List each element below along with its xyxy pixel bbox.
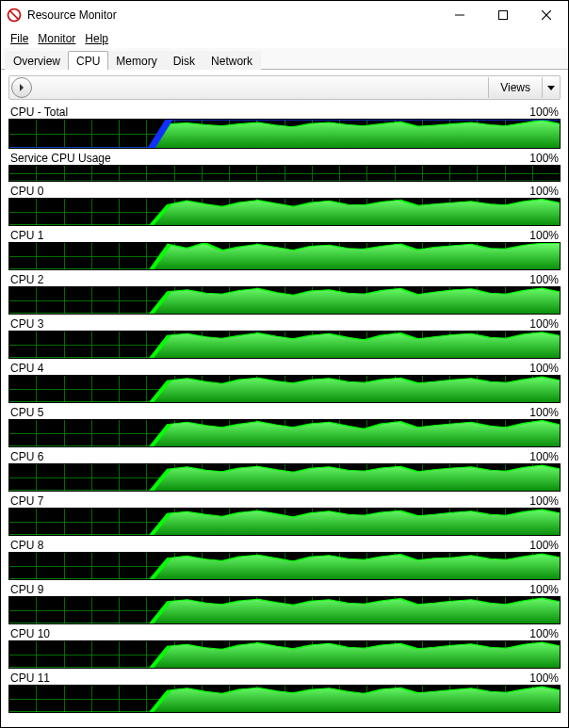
views-bar: Views [8,75,561,100]
chart-row-service-cpu: Service CPU Usage100% [8,150,561,182]
tabbar: Overview CPU Memory Disk Network [1,48,568,70]
chart-row-cpu2: CPU 2100% [8,271,561,315]
chart-labels: CPU 6100% [8,448,561,463]
chart-graph [8,552,561,580]
views-button[interactable]: Views [488,77,542,98]
chart-row-cpu6: CPU 6100% [8,448,561,492]
chart-labels: CPU 1100% [8,227,561,242]
chart-title: CPU 9 [10,583,43,596]
tab-memory[interactable]: Memory [107,51,165,70]
chart-ymax: 100% [529,152,559,165]
chart-graph [8,119,561,149]
chart-labels: Service CPU Usage100% [8,150,561,165]
chart-ymax: 100% [529,583,559,596]
chart-title: CPU 2 [10,273,43,286]
chart-graph [8,331,561,359]
app-icon [7,8,22,23]
chart-title: CPU 0 [10,185,43,198]
views-dropdown[interactable] [542,77,560,98]
tab-overview[interactable]: Overview [5,51,69,70]
chart-ymax: 100% [529,627,559,640]
chart-title: Service CPU Usage [10,152,111,165]
chart-ymax: 100% [529,317,559,331]
chart-row-cpu8: CPU 8100% [8,537,561,580]
chart-labels: CPU 2100% [8,271,561,286]
chart-graph [8,640,561,669]
chart-graph [8,463,561,492]
chart-row-cpu5: CPU 5100% [8,404,561,447]
views-right: Views [488,76,560,99]
chart-title: CPU 1 [10,229,43,242]
chart-labels: CPU 11100% [8,670,561,685]
chart-labels: CPU 4100% [8,360,561,375]
chart-ymax: 100% [529,494,559,508]
chart-ymax: 100% [529,362,559,375]
charts-panel: CPU - Total100%Service CPU Usage100%CPU … [1,104,568,727]
chart-ymax: 100% [529,671,559,685]
chart-row-cpu7: CPU 7100% [8,493,561,536]
chart-title: CPU 5 [10,406,43,419]
maximize-button[interactable] [481,1,525,29]
chart-title: CPU - Total [10,105,68,119]
chart-labels: CPU 3100% [8,315,561,331]
chart-graph [8,685,561,713]
chart-title: CPU 4 [10,362,43,375]
titlebar-left: Resource Monitor [1,8,117,23]
chart-ymax: 100% [529,273,559,286]
chart-ymax: 100% [529,539,559,552]
chart-ymax: 100% [529,406,559,419]
chart-row-cpu1: CPU 1100% [8,227,561,270]
chart-graph [8,242,561,270]
chart-row-cpu11: CPU 11100% [8,670,561,713]
svg-line-1 [10,11,18,19]
chart-ymax: 100% [529,105,559,119]
chart-title: CPU 11 [10,671,50,685]
chart-ymax: 100% [529,185,559,198]
minimize-button[interactable] [438,1,481,29]
chart-row-cpu9: CPU 9100% [8,581,561,624]
menu-file[interactable]: File [7,31,32,46]
chart-row-cpu4: CPU 4100% [8,360,561,403]
window-controls [438,1,568,29]
tab-disk[interactable]: Disk [165,51,203,70]
chart-title: CPU 10 [10,627,50,640]
close-button[interactable] [525,1,568,29]
chart-row-cpu10: CPU 10100% [8,625,561,669]
chart-labels: CPU 0100% [8,183,561,198]
titlebar: Resource Monitor [1,1,568,29]
tab-network[interactable]: Network [203,51,261,70]
chart-row-cpu3: CPU 3100% [8,315,561,359]
expand-collapse-button[interactable] [11,77,32,98]
chart-labels: CPU 5100% [8,404,561,419]
chart-labels: CPU 9100% [8,581,561,596]
svg-rect-3 [499,11,508,20]
tab-cpu[interactable]: CPU [68,51,108,70]
chart-labels: CPU 7100% [8,493,561,508]
menu-monitor[interactable]: Monitor [34,31,79,46]
chart-title: CPU 6 [10,450,43,463]
chart-row-cpu-total: CPU - Total100% [8,104,561,149]
chart-labels: CPU 8100% [8,537,561,552]
chart-labels: CPU - Total100% [8,104,561,119]
chart-row-cpu0: CPU 0100% [8,183,561,226]
chart-graph [8,419,561,447]
chart-ymax: 100% [529,450,559,463]
chart-title: CPU 7 [10,494,43,508]
chart-title: CPU 8 [10,539,43,552]
chart-graph [8,596,561,624]
menubar: File Monitor Help [1,29,568,48]
chart-labels: CPU 10100% [8,625,561,640]
chart-graph [8,375,561,403]
chart-graph [8,165,561,182]
chart-graph [8,198,561,226]
window-title: Resource Monitor [27,8,117,22]
menu-help[interactable]: Help [81,31,112,46]
window: Resource Monitor File Monitor Help Overv… [0,0,569,728]
chart-title: CPU 3 [10,317,43,331]
chart-graph [8,286,561,315]
chart-graph [8,508,561,536]
chart-ymax: 100% [529,229,559,242]
